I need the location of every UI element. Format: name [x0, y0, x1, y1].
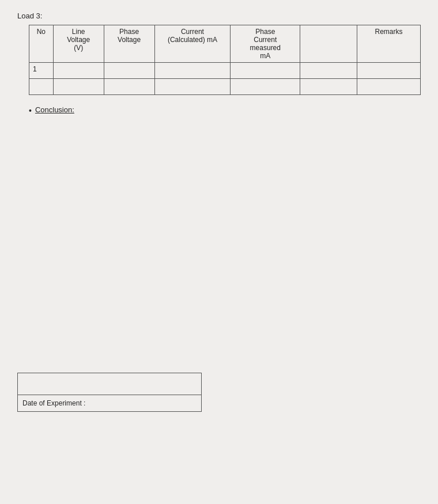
- cell-phase-current-1: [231, 63, 300, 79]
- cell-phase-current-2: [231, 79, 300, 95]
- header-phase-current: PhaseCurrentmeasuredmA: [231, 25, 300, 63]
- cell-no-2: [29, 79, 54, 95]
- header-phase-voltage: PhaseVoltage: [104, 25, 154, 63]
- cell-remarks-1: [357, 63, 421, 79]
- conclusion-section: • Conclusion:: [29, 105, 421, 115]
- page-container: Load 3: No LineVoltage(V) PhaseVoltage C…: [0, 0, 438, 504]
- load-label: Load 3:: [17, 12, 421, 20]
- cell-current-calc-2: [154, 79, 231, 95]
- data-table: No LineVoltage(V) PhaseVoltage Current(C…: [29, 25, 421, 95]
- header-current-calc: Current(Calculated) mA: [154, 25, 231, 63]
- table-header-row: No LineVoltage(V) PhaseVoltage Current(C…: [29, 25, 421, 63]
- cell-phase-voltage-2: [104, 79, 154, 95]
- date-label: Date of Experiment :: [18, 395, 201, 411]
- table-row: 1: [29, 63, 421, 79]
- date-box-top-area: [18, 373, 201, 395]
- cell-line-voltage-2: [53, 79, 104, 95]
- cell-line-voltage-1: [53, 63, 104, 79]
- cell-no-1: 1: [29, 63, 54, 79]
- header-remarks: Remarks: [357, 25, 421, 63]
- header-empty: [300, 25, 357, 63]
- header-line-voltage: LineVoltage(V): [53, 25, 104, 63]
- cell-empty-1: [300, 63, 357, 79]
- cell-current-calc-1: [154, 63, 231, 79]
- bullet-point: •: [29, 106, 32, 115]
- cell-empty-2: [300, 79, 357, 95]
- date-box-container: Date of Experiment :: [17, 373, 202, 412]
- cell-remarks-2: [357, 79, 421, 95]
- table-wrapper: No LineVoltage(V) PhaseVoltage Current(C…: [29, 25, 421, 95]
- conclusion-label: Conclusion:: [35, 105, 74, 114]
- cell-phase-voltage-1: [104, 63, 154, 79]
- header-no: No: [29, 25, 54, 63]
- table-row: [29, 79, 421, 95]
